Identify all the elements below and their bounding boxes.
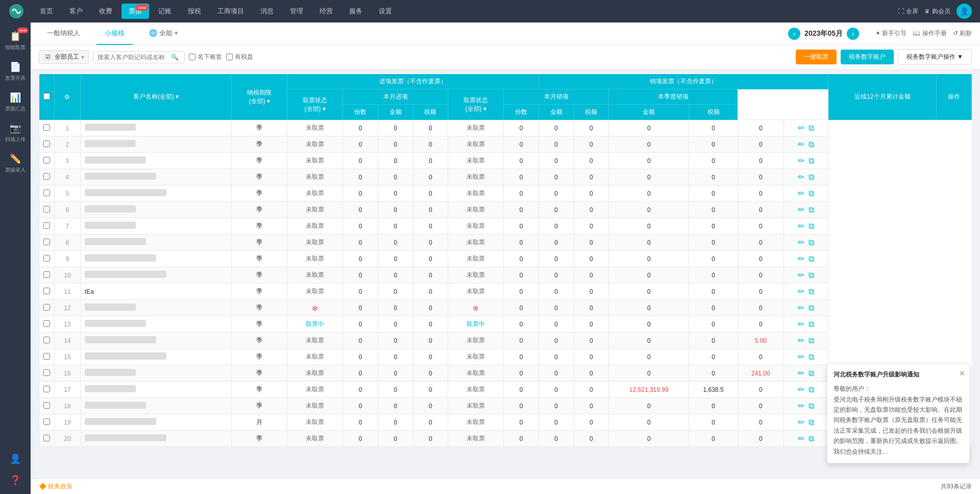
row-edit-btn[interactable]: ✏ [798,369,804,378]
row-customer-name[interactable] [80,333,232,349]
tax-policy-link[interactable]: 🔶 税务政策 [39,482,72,491]
row-copy-btn[interactable]: ⧉ [808,352,814,361]
row-copy-btn[interactable]: ⧉ [808,320,814,328]
row-copy-btn[interactable]: ⧉ [808,402,814,410]
row-checkbox[interactable] [43,157,50,163]
tax-digital-account-btn[interactable]: 税务数字账户 [841,50,894,64]
mybooks-checkbox[interactable] [189,54,195,60]
nav-service[interactable]: 服务 [342,4,370,19]
row-customer-name[interactable] [80,349,232,365]
sidebar-item-user[interactable]: 👤 [2,449,29,468]
sidebar-item-help[interactable]: ❓ [2,471,29,490]
row-customer-name[interactable] [80,218,232,234]
period-prev-btn[interactable]: ‹ [788,28,800,40]
row-customer-name[interactable] [80,316,232,333]
one-click-ticket-btn[interactable]: 一键取票 [796,50,837,64]
row-customer-name[interactable] [80,234,232,251]
row-checkbox[interactable] [43,173,50,180]
nav-client[interactable]: 客户 [62,4,90,19]
nav-settings[interactable]: 设置 [372,4,399,19]
row-edit-btn[interactable]: ✏ [798,173,804,181]
row-edit-btn[interactable]: ✏ [798,303,804,312]
row-checkbox[interactable] [43,435,50,441]
refresh-btn[interactable]: ↺ 刷新 [953,29,972,38]
row-checkbox[interactable] [43,206,50,213]
row-customer-name[interactable] [80,185,232,202]
row-customer-name[interactable] [80,202,232,218]
row-copy-btn[interactable]: ⧉ [808,254,814,263]
th-out-ticket-status[interactable]: 取票状态(全部) ▾ [448,89,504,120]
row-edit-btn[interactable]: ✏ [798,238,804,247]
sidebar-item-open-invoice[interactable]: 📄 发票开具 [2,57,29,86]
row-copy-btn[interactable]: ⧉ [808,156,814,165]
popup-close-btn[interactable]: ✕ [959,368,965,379]
row-edit-btn[interactable]: ✏ [798,189,804,198]
sidebar-item-scan[interactable]: 📷 扫描上传 [2,119,29,147]
row-customer-name[interactable] [80,153,232,169]
row-checkbox[interactable] [43,190,50,196]
th-customer-name[interactable]: 客户名称(全部) ▾ [80,74,232,120]
logo[interactable] [8,3,24,19]
row-edit-btn[interactable]: ✏ [798,385,804,394]
row-edit-btn[interactable]: ✏ [798,287,804,296]
tab-small-scale[interactable]: 小规模 [96,22,133,45]
row-edit-btn[interactable]: ✏ [798,320,804,328]
row-edit-btn[interactable]: ✏ [798,205,804,214]
row-customer-name[interactable] [80,169,232,185]
row-checkbox[interactable] [43,255,50,262]
taxdisk-checkbox[interactable] [226,54,233,60]
row-edit-btn[interactable]: ✏ [798,336,804,345]
row-customer-name[interactable] [80,120,232,136]
row-copy-btn[interactable]: ⧉ [808,434,814,443]
row-checkbox[interactable] [43,320,50,327]
user-avatar[interactable]: 👤 [957,4,972,19]
row-copy-btn[interactable]: ⧉ [808,222,814,230]
new-guide-btn[interactable]: ✦ 新手引导 [875,29,906,38]
row-customer-name[interactable] [80,431,232,447]
th-in-ticket-status[interactable]: 取票状态(全部) ▾ [287,89,343,120]
row-copy-btn[interactable]: ⧉ [808,189,814,198]
row-edit-btn[interactable]: ✏ [798,352,804,361]
row-edit-btn[interactable]: ✏ [798,124,804,132]
select-all-checkbox[interactable] [43,93,50,100]
row-customer-name[interactable] [80,267,232,284]
nav-accounting[interactable]: 记账 [151,4,179,19]
sidebar-item-entry[interactable]: ✏️ 票据录入 [2,149,29,178]
row-checkbox[interactable] [43,304,50,311]
row-copy-btn[interactable]: ⧉ [808,140,814,149]
row-edit-btn[interactable]: ✏ [798,156,804,165]
row-customer-name[interactable] [80,300,232,316]
nav-operation[interactable]: 经营 [312,4,340,19]
nav-manage[interactable]: 管理 [283,4,310,19]
fullscreen-btn[interactable]: ⛶ 全屏 [898,7,918,16]
search-input[interactable] [97,54,169,61]
row-checkbox[interactable] [43,288,50,294]
row-checkbox[interactable] [43,418,50,425]
row-edit-btn[interactable]: ✏ [798,140,804,149]
row-customer-name[interactable] [80,365,232,382]
row-copy-btn[interactable]: ⧉ [808,336,814,345]
row-customer-name[interactable] [80,382,232,398]
row-copy-btn[interactable]: ⧉ [808,418,814,427]
row-checkbox[interactable] [43,402,50,409]
row-customer-name[interactable]: tEa [80,284,232,300]
row-checkbox[interactable] [43,239,50,245]
row-checkbox[interactable] [43,222,50,229]
row-customer-name[interactable] [80,136,232,153]
row-customer-name[interactable] [80,414,232,431]
nav-fee[interactable]: 收费 [92,4,119,19]
sidebar-item-summary[interactable]: 📊 票据汇总 [2,88,29,116]
nav-message[interactable]: 消息 [253,4,281,19]
employee-select[interactable]: ☑ 全部员工 ▾ [39,50,89,64]
row-edit-btn[interactable]: ✏ [798,222,804,230]
mybooks-checkbox-label[interactable]: 名下账套 [189,53,222,61]
row-checkbox[interactable] [43,369,50,376]
row-edit-btn[interactable]: ✏ [798,418,804,427]
row-edit-btn[interactable]: ✏ [798,402,804,410]
nav-tax[interactable]: 报税 [181,4,208,19]
row-checkbox[interactable] [43,353,50,360]
row-copy-btn[interactable]: ⧉ [808,173,814,181]
vip-btn[interactable]: ♛ 购会员 [924,7,950,16]
row-copy-btn[interactable]: ⧉ [808,205,814,214]
nav-invoice[interactable]: 票据 new [121,4,149,19]
